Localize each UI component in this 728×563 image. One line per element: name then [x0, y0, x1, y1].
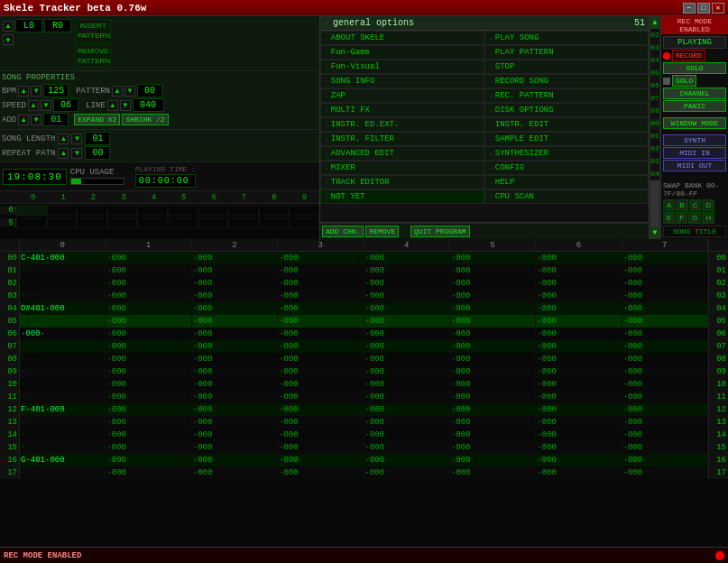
track-cell[interactable]: ·000 [536, 391, 622, 403]
track-cell[interactable]: ·000 [536, 328, 622, 340]
track-cell[interactable]: ·000 [622, 403, 708, 416]
track-cell[interactable]: ·000 [364, 340, 450, 353]
repeat-up-button[interactable]: ▲ [58, 148, 69, 159]
track-cell[interactable]: ·000· [20, 315, 106, 328]
track-cell[interactable]: ·000 [278, 378, 364, 391]
synth-button[interactable]: SYNTH [663, 134, 726, 146]
track-cell[interactable]: ·000 [536, 378, 622, 391]
bank-f-button[interactable]: F [676, 212, 687, 224]
table-row[interactable]: 12F-401·000·000·000·000·000·000·000·0001… [0, 403, 728, 416]
track-cell[interactable]: ·000 [278, 328, 364, 340]
repeat-down-button[interactable]: ▼ [71, 148, 82, 159]
track-cell[interactable]: ·000 [192, 403, 278, 416]
track-cell[interactable]: ·000 [106, 403, 191, 416]
panic-button[interactable]: PANIC [663, 100, 726, 112]
track-cell[interactable]: ·000 [536, 365, 622, 378]
track-cell[interactable]: ·000 [622, 252, 708, 264]
track-cell[interactable]: ·000 [450, 277, 536, 290]
track-cell[interactable]: D#401·000 [20, 302, 106, 315]
add-up-button[interactable]: ▲ [18, 115, 29, 125]
track-cell[interactable]: ·000 [450, 353, 536, 365]
track-cell[interactable]: ·000 [192, 466, 278, 479]
track-cell[interactable]: ·000 [106, 378, 191, 391]
minimize-button[interactable]: − [683, 3, 696, 14]
track-cell[interactable]: ··· [20, 264, 106, 277]
track-cell[interactable]: ·000 [106, 340, 191, 353]
track-cell[interactable]: ·000 [364, 353, 450, 365]
track-cell[interactable]: ·000 [450, 252, 536, 264]
track-cell[interactable]: ·000 [450, 302, 536, 315]
menu-item-fun-visual[interactable]: ·Fun-Visual [320, 60, 484, 74]
seq-cell[interactable] [228, 217, 259, 228]
menu-item-cpu-scan[interactable]: ·CPU SCAN [484, 189, 649, 204]
table-row[interactable]: 17····000·000·000·000·000·000·00017 [0, 466, 728, 479]
close-button[interactable]: ✕ [712, 3, 724, 14]
track-cell[interactable]: ·000 [106, 328, 191, 340]
track-cell[interactable]: ·000 [364, 277, 450, 290]
track-cell[interactable]: ··· [20, 277, 106, 290]
track-cell[interactable]: ·000 [364, 315, 450, 328]
track-cell[interactable]: ·000 [622, 353, 708, 365]
track-cell[interactable]: ··· [20, 378, 106, 391]
table-row[interactable]: 10····000·000·000·000·000·000·00010 [0, 378, 728, 391]
track-cell[interactable]: ·000 [106, 290, 191, 302]
track-cell[interactable]: ··· [20, 365, 106, 378]
track-cell[interactable]: ·000 [278, 365, 364, 378]
seq-cell[interactable] [47, 217, 78, 228]
track-cell[interactable]: ·000 [192, 365, 278, 378]
track-cell[interactable]: ·000 [450, 315, 536, 328]
seq-cell[interactable] [168, 217, 198, 228]
speed-up-button[interactable]: ▲ [28, 100, 39, 111]
song-length-down-button[interactable]: ▼ [71, 134, 82, 144]
table-row[interactable]: 05·000··000·000·000·000·000·000·00005 [0, 315, 728, 328]
menu-item-disk-options[interactable]: ·DISK OPTIONS [484, 103, 649, 117]
table-row[interactable]: 02····000·000·000·000·000·000·00002 [0, 277, 728, 290]
seq-cell[interactable] [198, 205, 229, 216]
table-row[interactable]: 16G-401·000·000·000·000·000·000·000·0001… [0, 454, 728, 466]
song-title-display[interactable]: SONG TITLE [663, 226, 726, 237]
track-cell[interactable]: ·000 [450, 416, 536, 429]
track-cell[interactable]: ·000 [622, 416, 708, 429]
track-cell[interactable]: ·000 [536, 302, 622, 315]
seq-cell[interactable] [289, 217, 319, 228]
track-cell[interactable]: ·000 [106, 264, 191, 277]
track-cell[interactable]: ·000 [192, 391, 278, 403]
track-cell[interactable]: ·000 [278, 416, 364, 429]
track-cell[interactable]: ··· [20, 340, 106, 353]
track-cell[interactable]: ·000 [622, 315, 708, 328]
menu-item-not-yet[interactable]: ·NOT YET [320, 189, 484, 204]
track-cell[interactable]: ··· [20, 466, 106, 479]
bank-e-button[interactable]: E [663, 212, 675, 224]
table-row[interactable]: 08····000·000·000·000·000·000·00008 [0, 353, 728, 365]
seq-cell[interactable] [259, 217, 290, 228]
track-cell[interactable]: ·000 [192, 429, 278, 441]
bpm-down-button[interactable]: ▼ [31, 86, 41, 97]
track-cell[interactable]: ·000 [364, 378, 450, 391]
track-cell[interactable]: ··· [20, 353, 106, 365]
line-up-button[interactable]: ▲ [107, 100, 118, 111]
menu-item-sample-edit[interactable]: ·SAMPLE EDIT [484, 132, 649, 146]
track-cell[interactable]: ·000 [192, 302, 278, 315]
pattern-down-button[interactable]: ▼ [124, 86, 135, 97]
track-cell[interactable]: ·000 [364, 328, 450, 340]
line-down-button[interactable]: ▼ [120, 100, 131, 111]
bank-g-button[interactable]: G [688, 212, 701, 224]
track-cell[interactable]: ··· [20, 429, 106, 441]
midi-out-button[interactable]: MIDI OUT [663, 160, 726, 171]
menu-item-play-pattern[interactable]: ·PLAY PATTERN [484, 45, 649, 60]
track-cell[interactable]: ·000 [364, 416, 450, 429]
track-cell[interactable]: ·000 [106, 302, 191, 315]
track-cell[interactable]: ·000 [536, 416, 622, 429]
scroll-down-btn[interactable]: ▼ [650, 226, 659, 239]
speed-down-button[interactable]: ▼ [41, 100, 51, 111]
menu-item-fun-game[interactable]: ·Fun-Game [320, 45, 484, 60]
track-cell[interactable]: G-401·000 [20, 454, 106, 466]
menu-item-rec-pattern[interactable]: ·REC. PATTERN [484, 88, 649, 103]
track-cell[interactable]: ·000 [450, 378, 536, 391]
track-cell[interactable]: ·000 [192, 290, 278, 302]
track-cell[interactable]: ·000 [192, 416, 278, 429]
seq-cell[interactable] [16, 217, 47, 228]
track-cell[interactable]: ·000 [622, 328, 708, 340]
insert-pattern-button[interactable]: INSERT PATTERN [75, 19, 111, 42]
menu-item-track-editor[interactable]: ·TRACK EDITOR [320, 175, 484, 189]
